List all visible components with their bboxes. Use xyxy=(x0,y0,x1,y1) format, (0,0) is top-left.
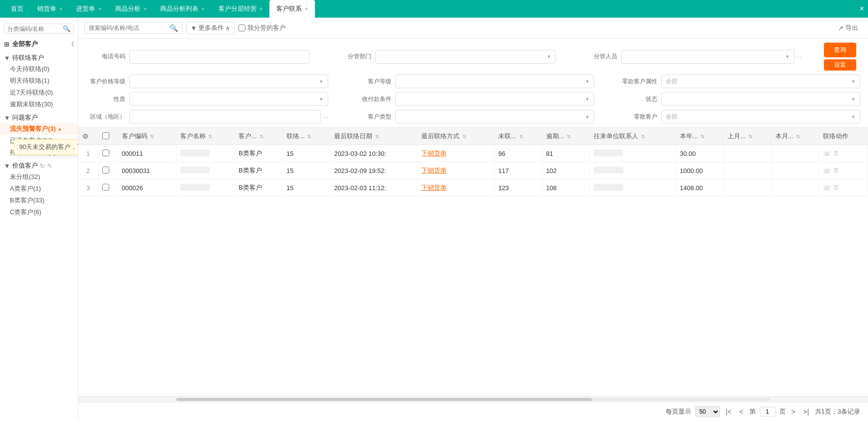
sort-this-year[interactable]: ⇅ xyxy=(700,134,704,139)
sort-last-way[interactable]: ⇅ xyxy=(462,134,466,139)
sidebar-item-a-class[interactable]: A类客户(1) xyxy=(0,183,78,195)
table-settings-icon[interactable]: ⚙ xyxy=(82,132,89,140)
sort-name[interactable]: ⇅ xyxy=(208,134,212,139)
sort-code[interactable]: ⇅ xyxy=(150,134,154,139)
action-call-icon[interactable]: ☏ xyxy=(823,150,831,157)
payment-select[interactable]: ▼ xyxy=(395,92,594,106)
nav-purchase-close[interactable]: × xyxy=(98,6,101,12)
prev-page-btn[interactable]: < xyxy=(737,407,745,417)
row-last-month xyxy=(723,145,771,162)
sidebar-item-churn-warning[interactable]: 流失预警客户(3) ● xyxy=(0,123,78,135)
row-last-month xyxy=(723,179,771,197)
region-more-icon[interactable]: ··· xyxy=(323,113,328,121)
sidebar-item-7days[interactable]: 近7天待联络(0) xyxy=(0,87,78,99)
section-pending-contact[interactable]: ▼ 待联络客户 xyxy=(0,50,78,63)
customer-type-select[interactable]: ▼ xyxy=(395,110,594,124)
section-value-customers[interactable]: ▼ 价值客户 ↻ ✎ xyxy=(0,158,78,171)
customer-level-select[interactable]: ▼ xyxy=(395,74,594,88)
more-conditions-btn[interactable]: ▼ 更多条件 ∧ xyxy=(186,22,235,34)
scrollbar-track xyxy=(176,398,770,401)
dept-select[interactable]: ▼ xyxy=(375,50,555,64)
last-page-btn[interactable]: >| xyxy=(801,407,811,417)
nav-home[interactable]: 首页 xyxy=(4,0,30,18)
nav-purchase[interactable]: 进货单 × xyxy=(69,0,108,18)
row-select-checkbox[interactable] xyxy=(102,167,109,173)
sidebar-item-c-class[interactable]: C类客户(6) xyxy=(0,206,78,218)
row-select-checkbox[interactable] xyxy=(102,184,109,191)
th-overdue: 逾期... ⇅ xyxy=(542,128,589,145)
sort-last-month[interactable]: ⇅ xyxy=(748,134,752,139)
action-more-icon[interactable]: ⠿ xyxy=(834,167,839,174)
sort-last-date[interactable]: ⇅ xyxy=(375,134,379,139)
section-problem-customers[interactable]: ▼ 问题客户 xyxy=(0,110,78,123)
value-customers-edit-icon[interactable]: ↻ xyxy=(40,162,45,170)
nav-analysis[interactable]: 商品分析 × xyxy=(108,0,153,18)
nav-customer-contact[interactable]: 客户联系 × xyxy=(269,0,314,18)
scrollbar-thumb[interactable] xyxy=(176,398,592,401)
status-select[interactable]: ▼ xyxy=(661,92,860,106)
next-page-btn[interactable]: > xyxy=(790,407,797,417)
sort-this-month[interactable]: ⇅ xyxy=(796,134,800,139)
first-page-btn[interactable]: |< xyxy=(724,407,734,417)
my-customers-checkbox-wrap[interactable]: 我分管的客户 xyxy=(239,24,286,32)
my-customers-checkbox[interactable] xyxy=(239,25,245,31)
sidebar-item-today[interactable]: 今天待联络(0) xyxy=(0,63,78,75)
price-level-select[interactable]: ▼ xyxy=(129,74,328,88)
last-way-link[interactable]: 下销货单 xyxy=(421,184,447,191)
nav-customer-tier[interactable]: 客户分层经营 × xyxy=(212,0,269,18)
table-row: 3 000026 B类客户 15 2023-02-03 11:12: 下销货单 … xyxy=(78,179,868,197)
value-customers-settings-icon[interactable]: ✎ xyxy=(47,162,52,170)
gender-select[interactable]: ▼ xyxy=(129,92,328,106)
action-call-icon[interactable]: ☏ xyxy=(823,184,831,192)
horizontal-scrollbar[interactable] xyxy=(78,396,868,402)
select-all-checkbox[interactable] xyxy=(102,132,109,139)
nav-analysis-close[interactable]: × xyxy=(144,6,146,12)
export-btn[interactable]: ↗ 导出 xyxy=(834,22,862,34)
row-type: B类客户 xyxy=(235,145,282,162)
settings-button[interactable]: 设置 xyxy=(824,59,856,71)
phone-input[interactable] xyxy=(129,50,310,64)
last-way-link[interactable]: 下销货单 xyxy=(421,167,447,174)
nav-sales[interactable]: 销货单 × xyxy=(30,0,69,18)
row-select-checkbox[interactable] xyxy=(102,149,109,156)
sort-contact-person[interactable]: ⇅ xyxy=(641,134,645,139)
sidebar-search-input[interactable] xyxy=(7,25,63,32)
main-search-input[interactable] xyxy=(89,25,169,31)
close-all-btn[interactable]: × xyxy=(860,4,864,13)
th-contact: 联络... ⇅ xyxy=(282,128,330,145)
action-more-icon[interactable]: ⠿ xyxy=(834,184,839,192)
region-select[interactable] xyxy=(129,110,321,124)
sort-contact[interactable]: ⇅ xyxy=(307,134,311,139)
sidebar-item-b-class[interactable]: B类客户(33) xyxy=(0,195,78,206)
query-button[interactable]: 查询 xyxy=(824,43,856,57)
sort-not-contact[interactable]: ⇅ xyxy=(519,134,523,139)
person-more-icon[interactable]: ··· xyxy=(796,53,802,60)
filter-bar: 🔍 ▼ 更多条件 ∧ 我分管的客户 ↗ 导出 xyxy=(78,18,868,39)
sidebar-item-ungroup[interactable]: 未分组(32) xyxy=(0,171,78,183)
nav-analysis-list-close[interactable]: × xyxy=(201,6,204,12)
nav-customer-tier-close[interactable]: × xyxy=(260,6,263,12)
all-customers-header[interactable]: ⊞ 全部客户 《 xyxy=(0,38,78,50)
sort-type[interactable]: ⇅ xyxy=(260,134,264,139)
last-way-link[interactable]: 下销货单 xyxy=(421,149,447,157)
sidebar-item-tomorrow[interactable]: 明天待联络(1) xyxy=(0,75,78,87)
filter-phone: 电话号码 xyxy=(86,50,310,64)
nav-customer-contact-close[interactable]: × xyxy=(305,6,308,12)
zero-attr-select[interactable]: 全部 ▼ xyxy=(661,74,860,88)
sidebar-item-overdue[interactable]: 逾期未联络(30) xyxy=(0,99,78,110)
search-button[interactable]: 🔍 xyxy=(169,24,178,32)
page-input[interactable] xyxy=(760,407,775,417)
page-label: 第 xyxy=(749,407,756,416)
nav-analysis-list[interactable]: 商品分析列表 × xyxy=(153,0,211,18)
sort-overdue[interactable]: ⇅ xyxy=(567,134,571,139)
row-checkbox xyxy=(98,162,118,179)
dept-select-arrow: ▼ xyxy=(546,54,551,59)
action-more-icon[interactable]: ⠿ xyxy=(834,150,839,157)
person-select-arrow: ▼ xyxy=(785,54,790,59)
zero-customer-select[interactable]: 全部 ▼ xyxy=(661,110,860,124)
nav-sales-close[interactable]: × xyxy=(59,6,62,12)
filter-zero-attr: 零款客户属性 全部 ▼ xyxy=(618,74,860,88)
person-select[interactable]: ▼ xyxy=(621,50,795,64)
page-size-select[interactable]: 50 100 xyxy=(695,406,720,417)
action-call-icon[interactable]: ☏ xyxy=(823,167,831,174)
